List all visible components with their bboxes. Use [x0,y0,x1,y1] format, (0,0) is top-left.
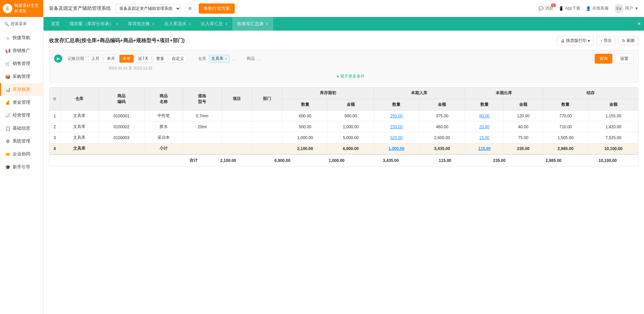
filter-action-buttons: 查询 设置 [595,54,633,64]
quick-nav-icon: ⌂ [5,35,11,40]
outbound-link[interactable]: 15.00 [479,135,490,140]
filter-settings-button[interactable]: 设置 [615,54,633,64]
sidebar-item-basic-info[interactable]: 📋 基础信息 [0,122,43,135]
tab-inout-summary[interactable]: 出入库汇总 ✕ [196,17,232,31]
dropdown-icon: ▾ [588,38,590,43]
app-download-button[interactable]: 📱 App下载 [559,5,580,11]
messages-button[interactable]: 💬 消息 6 [539,5,553,11]
purchase-icon: 📦 [5,74,11,79]
system-selector[interactable]: 装备及固定资产辅助管理系统 [115,4,181,13]
refresh-button[interactable]: ↻ 刷新 [618,36,639,45]
sidebar-logo: 6 畅捷通好生意 标准版 [0,0,43,17]
refresh-icon: ↻ [622,38,625,43]
chevron-down-icon: ▼ [634,6,639,11]
warehouse-more[interactable]: ... [232,56,236,61]
print-button[interactable]: 🖨 拣货版打印 ▾ [557,36,594,45]
date-btn-last-7-days[interactable]: 近7天 [135,55,152,63]
row-warehouse: 文具库 [60,121,99,132]
expand-filter-button[interactable]: ▾ 展开更多条件 [68,73,633,79]
row-warehouse: 文具库 [60,132,99,143]
row-dept [252,111,282,121]
inventory-icon: 📊 [5,87,11,92]
sidebar-item-quick-nav[interactable]: ⌂ 快捷导航 [0,31,43,44]
search-menu-button[interactable]: 🔍 搜索菜单 [3,20,40,28]
row-close-amt: 1,420.00 [588,121,638,132]
system-title: 装备及固定资产辅助管理系统 [49,5,111,12]
sidebar-item-purchase[interactable]: 📦 采购管理 [0,70,43,83]
tab-close-inventory-dist[interactable]: ✕ [116,22,118,26]
date-btn-custom[interactable]: 自定义 [169,55,187,63]
inbound-link[interactable]: 520.00 [390,135,403,140]
inbound-link[interactable]: 1,000.00 [389,146,404,151]
user-menu[interactable]: Ea 用户 ▼ [614,4,639,13]
sidebar-item-marketing[interactable]: 📢 营销推广 [0,44,43,57]
outbound-link[interactable]: 20.00 [479,125,490,129]
service-icon: 👤 [586,6,591,11]
user-avatar: Ea [614,4,624,13]
tab-close-batch-account[interactable]: ✕ [152,22,155,26]
close-all-tabs-button[interactable]: ✕ [637,21,641,27]
main-content: 装备及固定资产辅助管理系统 装备及固定资产辅助管理系统 ⚙ 体验行业方案 💬 消… [44,0,644,314]
col-warehouse-header: 仓库 [60,87,99,111]
outbound-link[interactable]: 115.00 [478,146,491,151]
row-warehouse: 文具库 [60,111,99,121]
date-btn-this-year[interactable]: 本年 [119,55,134,63]
sidebar-item-operations[interactable]: 📈 经营管理 [0,109,43,122]
tab-batch-account[interactable]: 库存批次账 ✕ [123,17,160,31]
product-filter-label: 商品 [247,56,255,62]
tab-inventory-dist[interactable]: 现存量（库存分布表） ✕ [65,17,123,31]
online-service-button[interactable]: 👤 在线客服 [586,5,609,11]
col-open-qty-header: 数量 [282,99,328,111]
logo-text: 畅捷通好生意 标准版 [14,3,39,14]
col-project-header: 项目 [221,87,252,111]
settings-button[interactable]: ⚙ [185,4,195,13]
row-project [221,143,252,154]
row-open-amt: 6,900.00 [328,143,374,154]
table-settings-icon[interactable]: ⚙ [53,97,56,101]
trial-button[interactable]: 体验行业方案 [199,3,235,14]
tab-inout-flow[interactable]: 出入库流水 ✕ [160,17,196,31]
query-button[interactable]: 查询 [595,54,612,64]
sidebar-item-guide[interactable]: 🎓 新手引导 [0,161,43,173]
table-footer: 合计 2,100.00 6,900.00 1,000.00 3,435.00 1… [49,154,638,166]
tab-close-recv-send-summary[interactable]: ✕ [266,22,268,26]
inbound-link[interactable]: 230.00 [390,125,403,129]
sidebar-item-inventory[interactable]: 📊 库存核算 [0,83,43,96]
tab-close-inout-summary[interactable]: ✕ [225,22,228,26]
row-warehouse: 文具库 [60,143,99,154]
sidebar-item-sales[interactable]: 🛒 销售管理 [0,57,43,70]
row-open-qty: 1,000.00 [282,132,328,143]
tab-recv-send-summary[interactable]: 收发存汇总表 ✕ [232,17,273,31]
row-out-qty: 15.00 [465,132,504,143]
sidebar-item-cooperation[interactable]: 🤝 企业协同 [0,148,43,161]
product-more[interactable]: ... [258,56,261,61]
row-spec [183,143,221,154]
export-button[interactable]: ↑ 导出 [596,36,615,45]
tab-home[interactable]: 首页 [46,17,65,31]
tab-close-inout-flow[interactable]: ✕ [188,22,191,26]
system-icon: ⚙ [5,138,11,144]
row-name: 中性笔 [144,111,183,121]
row-out-qty: 80.00 [465,111,504,121]
inbound-link[interactable]: 250.00 [390,114,403,118]
sidebar: 6 畅捷通好生意 标准版 🔍 搜索菜单 ⌂ 快捷导航 📢 营销推广 🛒 销售管理… [0,0,44,314]
app-download-icon: 📱 [559,6,564,11]
date-btn-this-month[interactable]: 本月 [104,55,118,63]
col-inbound-header: 本期入库 [374,87,465,99]
row-in-qty: 520.00 [374,132,419,143]
guide-icon: 🎓 [5,164,11,170]
sidebar-item-system[interactable]: ⚙ 系统管理 [0,135,43,148]
date-btn-last-month[interactable]: 上月 [88,55,102,63]
outbound-link[interactable]: 80.00 [479,114,490,118]
col-closing-header: 结存 [543,87,638,99]
date-btn-more[interactable]: 更多 [153,55,167,63]
row-code: 0100002 [99,121,144,132]
row-name: 胶水 [144,121,183,132]
col-settings-header[interactable]: ⚙ [49,87,60,111]
col-outbound-header: 本期出库 [465,87,543,99]
sidebar-item-finance[interactable]: 💰 资金管理 [0,96,43,109]
row-close-qty: 710.00 [543,121,588,132]
filter-toggle-button[interactable]: ▶ [54,54,62,63]
warehouse-tag-close[interactable]: × [225,56,227,61]
col-in-qty-header: 数量 [374,99,419,111]
